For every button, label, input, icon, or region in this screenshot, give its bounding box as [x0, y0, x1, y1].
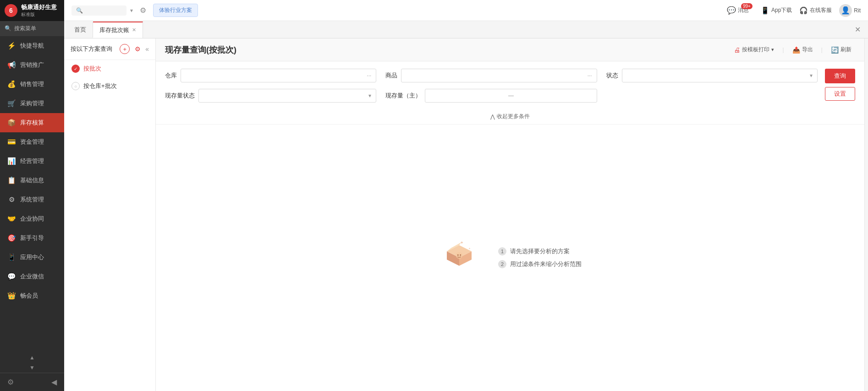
sidebar-item-operations[interactable]: 📊 经营管理	[0, 152, 64, 171]
sidebar-scroll-down[interactable]: ▼	[0, 363, 64, 373]
print-icon: 🖨	[734, 46, 740, 54]
product-more-icon[interactable]: ···	[588, 72, 592, 79]
appcenter-icon: 📱	[7, 253, 16, 261]
gear-schema-btn[interactable]: ⚙	[132, 44, 143, 54]
schema-inactive-icon: ○	[71, 82, 80, 90]
user-avatar: 👤	[839, 4, 852, 17]
schema-item-batch[interactable]: ✓ 按批次	[64, 60, 155, 77]
collapse-panel-btn[interactable]: «	[145, 45, 149, 53]
empty-state: ✦ ✦ 1 请先选择要分析的方案 2	[156, 125, 864, 391]
query-btn[interactable]: 查询	[825, 69, 855, 83]
tabbar: 首页 库存批次账 ✕ ✕	[64, 21, 868, 38]
sidebar-item-purchase[interactable]: 🛒 采购管理	[0, 94, 64, 113]
inventory-status-select[interactable]: ▾	[198, 89, 376, 103]
sidebar-item-basics[interactable]: 📋 基础信息	[0, 171, 64, 190]
inventory-main-range[interactable]: —	[425, 89, 597, 103]
warehouse-more-icon[interactable]: ···	[367, 72, 371, 79]
search-icon: 🔍	[5, 25, 11, 32]
tab-inventory-batch[interactable]: 库存批次账 ✕	[93, 22, 143, 38]
print-dropdown-icon[interactable]: ▾	[771, 47, 774, 53]
inventory-main-label: 现存量（主）	[385, 92, 421, 100]
tab-close-icon[interactable]: ✕	[132, 27, 136, 33]
sidebar-item-inventory[interactable]: 📦 库存核算	[0, 113, 64, 132]
phone-icon: 📱	[761, 6, 769, 15]
topbar-dropdown[interactable]: ▾	[130, 7, 133, 14]
page-header: 现存量查询(按批次) 🖨 按模板打印 ▾ | 📤 导出 | 🔄	[156, 38, 864, 61]
app-title: 畅康通好生意 标准版	[21, 4, 57, 17]
experience-btn[interactable]: 体验行业方案	[153, 4, 198, 17]
content-area: 按以下方案查询 + ⚙ « ✓ 按批次 ○ 按仓库+批次 现存量查询(按批次)	[64, 38, 868, 391]
headset-icon: 🎧	[799, 6, 808, 15]
sidebar-item-marketing[interactable]: 📢 营销推广	[0, 55, 64, 75]
footer-collapse-icon[interactable]: ◀	[51, 378, 57, 386]
sidebar-scroll-up[interactable]: ▲	[0, 353, 64, 363]
settings-btn[interactable]: 设置	[825, 87, 855, 101]
basics-icon: 📋	[7, 176, 16, 185]
newguide-icon: 🎯	[7, 234, 16, 242]
tip-num-2: 2	[498, 260, 506, 268]
topbar-messages[interactable]: 💬 消息 99+	[727, 6, 749, 15]
svg-point-7	[457, 255, 459, 256]
svg-point-8	[460, 255, 461, 256]
topbar-search-box[interactable]: 🔍	[71, 5, 126, 16]
filter-row-2: 现存量状态 ▾ 现存量（主） —	[165, 89, 818, 103]
topbar-app-download[interactable]: 📱 App下载	[761, 6, 792, 15]
sidebar-item-wechat[interactable]: 💬 企业微信	[0, 267, 64, 286]
sidebar-item-newguide[interactable]: 🎯 新手引导	[0, 228, 64, 248]
filter-product: 商品 ···	[385, 69, 597, 82]
main-area: 🔍 ▾ ⚙ 体验行业方案 💬 消息 99+ 📱 App下载 🎧 在线客服	[64, 0, 868, 391]
messages-badge: 99+	[741, 3, 753, 9]
empty-tips: 1 请先选择要分析的方案 2 用过滤条件来缩小分析范围	[498, 247, 582, 268]
left-panel-actions: + ⚙ «	[120, 44, 149, 54]
user-name: Rit	[854, 7, 861, 14]
cube-illustration: ✦ ✦	[439, 235, 480, 276]
topbar-left: 🔍 ▾ ⚙ 体验行业方案	[71, 4, 722, 17]
warehouse-input[interactable]: ···	[181, 69, 376, 82]
export-btn[interactable]: 📤 导出	[789, 44, 817, 55]
sidebar-search[interactable]: 🔍 搜索菜单	[0, 21, 64, 36]
schema-active-icon: ✓	[71, 65, 80, 73]
sidebar-item-finance[interactable]: 💳 资金管理	[0, 132, 64, 152]
print-btn[interactable]: 🖨 按模板打印 ▾	[730, 44, 778, 55]
inventory-status-dropdown-icon: ▾	[368, 92, 371, 99]
tip-text-2: 用过滤条件来缩小分析范围	[510, 260, 582, 268]
sidebar-item-member[interactable]: 👑 畅会员	[0, 286, 64, 305]
scrollbar-right[interactable]	[864, 38, 868, 391]
export-icon: 📤	[792, 46, 800, 54]
add-schema-btn[interactable]: +	[120, 44, 130, 54]
topbar: 🔍 ▾ ⚙ 体验行业方案 💬 消息 99+ 📱 App下载 🎧 在线客服	[64, 0, 868, 21]
enterprise-icon: 🤝	[7, 215, 16, 223]
filter-area: 仓库 ··· 商品 ···	[156, 61, 864, 125]
left-panel-header: 按以下方案查询 + ⚙ «	[64, 38, 155, 60]
tab-close-global[interactable]: ✕	[851, 25, 864, 34]
sidebar-item-system[interactable]: ⚙ 系统管理	[0, 190, 64, 209]
status-select[interactable]: ▾	[622, 69, 818, 82]
sidebar-item-appcenter[interactable]: 📱 应用中心	[0, 248, 64, 267]
empty-icon: ✦ ✦	[439, 235, 484, 281]
refresh-btn[interactable]: 🔄 刷新	[827, 44, 855, 55]
collapse-more-conditions[interactable]: ⋀ 收起更多条件	[165, 109, 855, 124]
sidebar-item-enterprise[interactable]: 🤝 企业协同	[0, 209, 64, 228]
left-panel: 按以下方案查询 + ⚙ « ✓ 按批次 ○ 按仓库+批次	[64, 38, 156, 391]
sidebar-item-sales[interactable]: 💰 销售管理	[0, 75, 64, 94]
sidebar-footer: ⚙ ◀	[0, 373, 64, 391]
app-logo: 6	[5, 4, 17, 17]
sidebar-item-shortcut[interactable]: ⚡ 快捷导航	[0, 36, 64, 55]
topbar-user[interactable]: 👤 Rit	[839, 4, 861, 17]
empty-tip-2: 2 用过滤条件来缩小分析范围	[498, 260, 582, 268]
schema-item-warehouse-batch[interactable]: ○ 按仓库+批次	[64, 77, 155, 95]
refresh-icon: 🔄	[831, 46, 839, 54]
inventory-status-label: 现存量状态	[165, 92, 195, 100]
finance-icon: 💳	[7, 138, 16, 146]
member-icon: 👑	[7, 292, 16, 300]
sales-icon: 💰	[7, 80, 16, 88]
filter-status: 状态 ▾	[606, 69, 818, 82]
topbar-search-icon: 🔍	[76, 7, 83, 14]
tab-home[interactable]: 首页	[68, 22, 93, 38]
topbar-online-service[interactable]: 🎧 在线客服	[799, 6, 832, 15]
topbar-gear-btn[interactable]: ⚙	[137, 4, 149, 17]
sidebar-nav: ⚡ 快捷导航 📢 营销推广 💰 销售管理 🛒 采购管理 📦 库存核算 💳 资金管…	[0, 36, 64, 353]
shortcut-icon: ⚡	[7, 42, 16, 50]
footer-settings-icon[interactable]: ⚙	[7, 378, 14, 386]
product-input[interactable]: ···	[401, 69, 597, 82]
